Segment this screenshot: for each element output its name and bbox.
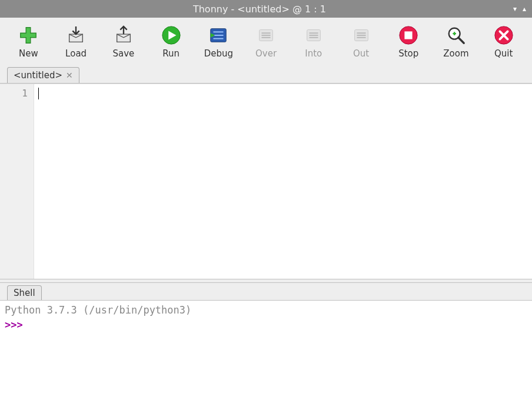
tool-label: Load <box>65 48 87 59</box>
play-icon <box>161 25 182 46</box>
tool-label: Quit <box>494 48 513 59</box>
zoom-button[interactable]: Zoom <box>433 24 480 60</box>
stop-button[interactable]: Stop <box>385 24 433 60</box>
quit-button[interactable]: Quit <box>480 24 527 60</box>
new-button[interactable]: New <box>5 24 52 60</box>
step-into-button: Into <box>290 24 337 60</box>
tool-label: Debug <box>204 48 233 59</box>
maximize-icon[interactable]: ▴ <box>523 5 526 13</box>
tool-label: Over <box>255 48 277 59</box>
minimize-icon[interactable]: ▾ <box>513 5 517 13</box>
tool-label: New <box>19 48 38 59</box>
window-title: Thonny - <untitled> @ 1 : 1 <box>6 4 513 15</box>
debug-button[interactable]: Debug <box>195 24 242 60</box>
step-over-button: Over <box>242 24 290 60</box>
editor-tab[interactable]: <untitled> ✕ <box>7 67 79 83</box>
text-cursor <box>38 88 39 99</box>
svg-rect-18 <box>405 31 413 39</box>
step-into-icon <box>303 25 324 46</box>
save-button[interactable]: Save <box>99 24 147 60</box>
svg-line-20 <box>458 38 464 43</box>
tab-close-icon[interactable]: ✕ <box>66 71 73 80</box>
step-out-button: Out <box>337 24 385 60</box>
editor-tabs: <untitled> ✕ <box>0 62 532 84</box>
editor-tab-label: <untitled> <box>14 70 62 81</box>
editor-area: 1 <box>0 84 532 279</box>
shell-tab[interactable]: Shell <box>7 285 42 300</box>
shell-output[interactable]: Python 3.7.3 (/usr/bin/python3) >>> <box>0 301 532 400</box>
tool-label: Save <box>112 48 134 59</box>
plus-icon <box>18 25 39 46</box>
line-number-gutter: 1 <box>0 84 34 279</box>
toolbar: New Load Save Run <box>0 18 532 62</box>
shell-tabs: Shell <box>0 283 532 301</box>
zoom-icon <box>445 25 467 46</box>
window-controls: ▾ ▴ <box>513 5 526 13</box>
tool-label: Zoom <box>443 48 468 59</box>
run-button[interactable]: Run <box>147 24 195 60</box>
tool-label: Stop <box>398 48 418 59</box>
code-editor[interactable] <box>34 84 532 279</box>
tool-label: Run <box>162 48 179 59</box>
step-out-icon <box>351 25 372 46</box>
close-icon <box>493 25 514 46</box>
titlebar: Thonny - <untitled> @ 1 : 1 ▾ ▴ <box>0 0 532 18</box>
load-icon <box>65 25 87 46</box>
shell-panel: Shell Python 3.7.3 (/usr/bin/python3) >>… <box>0 282 532 400</box>
tool-label: Out <box>353 48 369 59</box>
shell-prompt: >>> <box>5 319 23 331</box>
load-button[interactable]: Load <box>52 24 100 60</box>
save-icon <box>113 25 134 46</box>
tool-label: Into <box>305 48 322 59</box>
debug-icon <box>208 25 229 46</box>
step-over-icon <box>255 25 277 46</box>
stop-icon <box>398 25 419 46</box>
python-version-line: Python 3.7.3 (/usr/bin/python3) <box>5 303 527 318</box>
line-number: 1 <box>0 88 28 99</box>
